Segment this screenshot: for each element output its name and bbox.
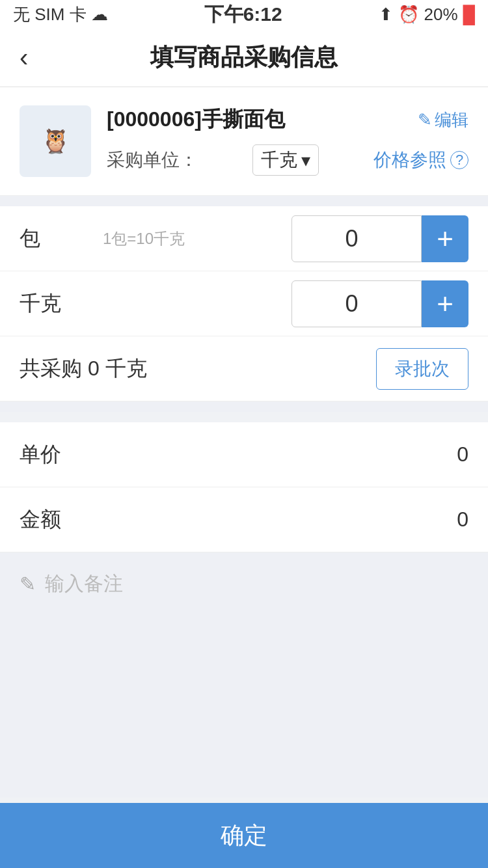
product-logo-icon: 🦉 [41,128,70,155]
price-ref-label: 价格参照 [373,148,446,172]
bao-label: 包 [20,224,98,253]
battery-icon: █ [463,5,475,25]
amount-row: 金额 0 [0,487,488,552]
input-section: 包 1包=10千克 + 千克 + 共采购 0 千克 录批次 [0,206,488,401]
unit-price-row: 单价 0 [0,422,488,487]
battery-level: 20% [424,5,458,25]
location-icon: ⬆ [379,5,393,25]
unit-price-value: 0 [457,442,468,467]
unit-price-label: 单价 [20,441,457,469]
price-section: 单价 0 金额 0 [0,422,488,552]
edit-icon: ✎ [418,110,432,130]
remark-section[interactable]: ✎ 输入备注 [0,552,488,616]
edit-button[interactable]: ✎ 编辑 [418,109,468,131]
product-name: [0000006]手撕面包 [107,105,285,134]
back-button[interactable]: ‹ [20,43,28,72]
status-time: 下午6:12 [204,1,282,28]
empty-area [0,616,488,798]
page-title: 填写商品采购信息 [150,42,338,74]
section-divider-2 [0,401,488,412]
bao-quantity-control: + [291,215,468,262]
alarm-icon: ⏰ [398,5,419,25]
bao-plus-button[interactable]: + [422,215,468,262]
batch-record-button[interactable]: 录批次 [376,348,468,390]
status-left: 无 SIM 卡 ☁ [13,3,108,26]
edit-label: 编辑 [435,109,468,131]
kg-input-row: 千克 + [0,271,488,336]
remark-placeholder: 输入备注 [45,571,123,597]
status-bar: 无 SIM 卡 ☁ 下午6:12 ⬆ ⏰ 20% █ [0,0,488,29]
summary-row: 共采购 0 千克 录批次 [0,336,488,401]
bao-input-row: 包 1包=10千克 + [0,206,488,271]
product-thumbnail: 🦉 [20,105,91,177]
sim-status: 无 SIM 卡 ☁ [13,3,108,26]
kg-plus-button[interactable]: + [422,280,468,327]
help-icon: ? [450,151,468,169]
section-divider-1 [0,196,488,206]
kg-quantity-input[interactable] [291,280,422,327]
kg-quantity-control: + [291,280,468,327]
amount-value: 0 [457,508,468,532]
bao-sublabel: 1包=10千克 [103,228,185,249]
unit-select[interactable]: 千克 ▾ [252,144,319,176]
product-card: 🦉 [0000006]手撕面包 ✎ 编辑 采购单位： 千克 ▾ 价格参照 ? [0,87,488,196]
bao-quantity-input[interactable] [291,215,422,262]
price-reference-button[interactable]: 价格参照 ? [373,148,468,172]
confirm-button[interactable]: 确定 [0,803,488,868]
amount-label: 金额 [20,506,457,534]
total-purchase-text: 共采购 0 千克 [20,355,376,383]
product-info: [0000006]手撕面包 ✎ 编辑 采购单位： 千克 ▾ 价格参照 ? [107,105,468,176]
status-right: ⬆ ⏰ 20% █ [379,5,475,25]
chevron-down-icon: ▾ [301,150,310,171]
kg-label: 千克 [20,290,98,318]
unit-label: 采购单位： [107,148,198,172]
nav-bar: ‹ 填写商品采购信息 [0,29,488,87]
unit-value: 千克 [261,148,297,172]
pencil-icon: ✎ [20,573,36,595]
